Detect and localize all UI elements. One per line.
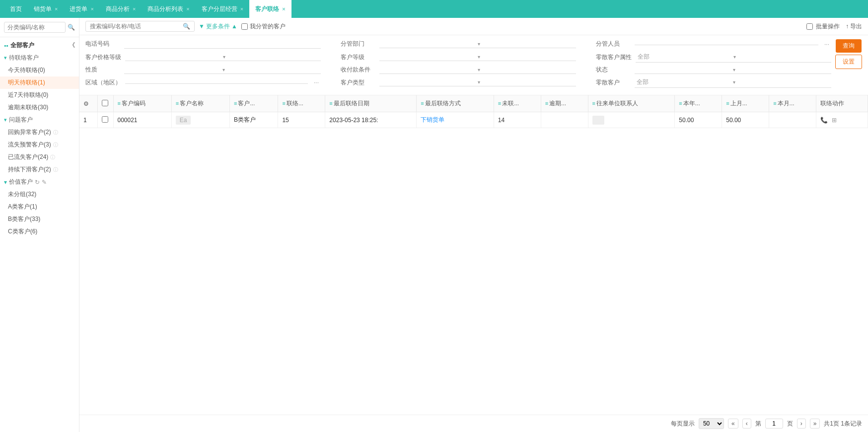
- row-checkbox[interactable]: [97, 112, 113, 128]
- search-icon: 🔍: [183, 23, 190, 30]
- sidebar-item-c-class[interactable]: C类客户(6): [0, 225, 79, 238]
- col-contact-person: ≡往来单位联系人: [588, 95, 675, 112]
- filter-payment-select[interactable]: ▾: [379, 66, 576, 74]
- filter-dept-select[interactable]: ▾: [379, 40, 576, 48]
- per-page-label: 每页显示: [671, 420, 695, 428]
- sidebar-item-a-class[interactable]: A类客户(1): [0, 201, 79, 213]
- close-icon[interactable]: ×: [133, 6, 136, 12]
- sidebar-item-tomorrow-contact[interactable]: 明天待联络(1): [0, 76, 79, 89]
- filter-panel: 电话号码 分管部门 ▾ 分管人员: [79, 35, 868, 95]
- nav-customer-contact[interactable]: 客户联络 ×: [249, 0, 291, 18]
- sidebar-item-churn-warning[interactable]: 流失预警客户(3) ⓘ: [0, 139, 79, 151]
- filter-dept-label: 分管部门: [341, 40, 375, 48]
- close-icon[interactable]: ×: [282, 6, 285, 12]
- customer-table: ⚙ ≡客户编码 ≡客户名称 ≡客户... ≡联络... ≡最后联络日期 ≡最后联…: [79, 95, 868, 128]
- close-icon[interactable]: ×: [90, 6, 93, 12]
- sidebar-item-overdue-contact[interactable]: 逾期未联络(30): [0, 101, 79, 114]
- search-icon[interactable]: 🔍: [68, 24, 75, 31]
- batch-checkbox[interactable]: [806, 23, 813, 30]
- filter-customer-level: 客户等级 ▾: [341, 53, 576, 62]
- filter-price-level-select[interactable]: ▾: [125, 53, 321, 61]
- row-last-method[interactable]: 下销货单: [417, 112, 494, 128]
- filter-person-dots[interactable]: ···: [822, 41, 831, 48]
- batch-op-btn[interactable]: 批量操作: [806, 22, 840, 31]
- sidebar-item-today-contact[interactable]: 今天待联络(0): [0, 64, 79, 76]
- filter-phone-label: 电话号码: [85, 40, 120, 48]
- sidebar-section-value[interactable]: ▾ 价值客户 ↻ ✎: [0, 176, 79, 188]
- per-page-select[interactable]: 50 10 20 100: [699, 418, 724, 429]
- filter-status-label: 状态: [596, 66, 631, 74]
- col-overdue: ≡逾期...: [541, 95, 588, 112]
- col-checkbox[interactable]: [97, 95, 113, 112]
- row-contact-person: [588, 112, 675, 128]
- row-last-month: 50.00: [722, 112, 769, 128]
- filter-region-label: 区域（地区）: [85, 78, 121, 87]
- export-icon: ↑: [846, 23, 849, 30]
- nav-product-analysis-list[interactable]: 商品分析列表 ×: [142, 0, 195, 18]
- sidebar-item-ungrouped[interactable]: 未分组(32): [0, 188, 79, 201]
- filter-row-4: 区域（地区） ··· 客户类型 ▾: [85, 77, 831, 88]
- sidebar-item-b-class[interactable]: B类客户(33): [0, 213, 79, 225]
- sidebar-section-problem[interactable]: 问题客户: [0, 114, 79, 126]
- nav-customer-tier[interactable]: 客户分层经营 ×: [196, 0, 249, 18]
- select-all-checkbox[interactable]: [102, 100, 108, 106]
- col-this-year: ≡本年...: [675, 95, 722, 112]
- filter-customer-type-select[interactable]: ▾: [379, 78, 576, 86]
- row-select-checkbox[interactable]: [102, 116, 108, 123]
- filter-region-dots[interactable]: ···: [312, 79, 321, 86]
- my-customers-checkbox-label[interactable]: 我分管的客户: [241, 22, 286, 31]
- next-page-btn[interactable]: ›: [797, 419, 806, 429]
- nav-product-analysis[interactable]: 商品分析 ×: [100, 0, 142, 18]
- phone-action-icon[interactable]: 📞: [820, 117, 828, 124]
- sidebar-item-declining[interactable]: 持续下滑客户(2) ⓘ: [0, 163, 79, 176]
- filter-scatter-select[interactable]: 全部 ▾: [635, 77, 831, 88]
- last-method-link[interactable]: 下销货单: [421, 116, 444, 123]
- sidebar-item-7day-contact[interactable]: 近7天待联络(0): [0, 89, 79, 101]
- filter-customer-level-select[interactable]: ▾: [379, 53, 576, 61]
- set-button[interactable]: 设置: [835, 55, 862, 69]
- filter-nature-label: 性质: [85, 66, 120, 74]
- page-input[interactable]: [765, 419, 783, 429]
- main-layout: 🔍 ▪▪ 全部客户 《 待联络客户 今天待联络(0) 明天待联络(1) 近7天待…: [0, 18, 868, 432]
- sidebar-item-churned[interactable]: 已流失客户(24) ⓘ: [0, 151, 79, 163]
- prev-page-btn[interactable]: ‹: [742, 419, 751, 429]
- close-icon[interactable]: ×: [240, 6, 243, 12]
- row-contacts: 15: [278, 112, 325, 128]
- sidebar-section-pending[interactable]: 待联络客户: [0, 52, 79, 64]
- filter-nature-select[interactable]: ▾: [124, 66, 321, 74]
- sidebar-all-customers[interactable]: ▪▪ 全部客户 《: [0, 37, 79, 52]
- filter-status-select[interactable]: ▾: [635, 66, 831, 74]
- collapse-icon[interactable]: 《: [69, 41, 75, 50]
- info-icon: ⓘ: [53, 129, 58, 136]
- row-this-month: [769, 112, 816, 128]
- refresh-icon[interactable]: ↻: [35, 179, 40, 186]
- grid-action-icon[interactable]: ⊞: [832, 117, 837, 124]
- close-icon[interactable]: ×: [186, 6, 189, 12]
- nav-sales-order[interactable]: 销货单 ×: [28, 0, 64, 18]
- filter-more-btn[interactable]: ▼ 更多条件 ▲: [199, 22, 237, 31]
- edit-icon[interactable]: ✎: [42, 179, 47, 186]
- col-not-linked: ≡未联...: [494, 95, 541, 112]
- nav-purchase-order[interactable]: 进货单 ×: [64, 0, 99, 18]
- close-icon[interactable]: ×: [55, 6, 58, 12]
- nav-home[interactable]: 首页: [4, 0, 28, 18]
- filter-scatter-attr: 零散客户属性 全部 ▾: [596, 52, 831, 63]
- filter-region: 区域（地区） ···: [85, 78, 321, 87]
- search-input[interactable]: [90, 23, 183, 30]
- sidebar-item-repurchase-abnormal[interactable]: 回购异常客户(2) ⓘ: [0, 126, 79, 139]
- export-btn[interactable]: ↑ 导出: [846, 22, 862, 31]
- col-settings[interactable]: ⚙: [79, 95, 97, 112]
- query-button[interactable]: 查询: [836, 39, 862, 53]
- search-input-wrapper[interactable]: 🔍: [85, 21, 195, 32]
- filter-nature: 性质 ▾: [85, 66, 321, 74]
- table-header-row: ⚙ ≡客户编码 ≡客户名称 ≡客户... ≡联络... ≡最后联络日期 ≡最后联…: [79, 95, 868, 112]
- filter-row-3: 性质 ▾ 收付款条件 ▾: [85, 66, 831, 74]
- filter-scatter-attr-select[interactable]: 全部 ▾: [636, 52, 831, 63]
- last-page-btn[interactable]: »: [810, 419, 820, 429]
- sidebar-search-input[interactable]: [4, 22, 66, 33]
- first-page-btn[interactable]: «: [728, 419, 738, 429]
- my-customers-checkbox[interactable]: [241, 23, 248, 30]
- row-overdue: [541, 112, 588, 128]
- filter-phone-input[interactable]: [124, 39, 321, 49]
- filter-customer-level-label: 客户等级: [341, 53, 375, 62]
